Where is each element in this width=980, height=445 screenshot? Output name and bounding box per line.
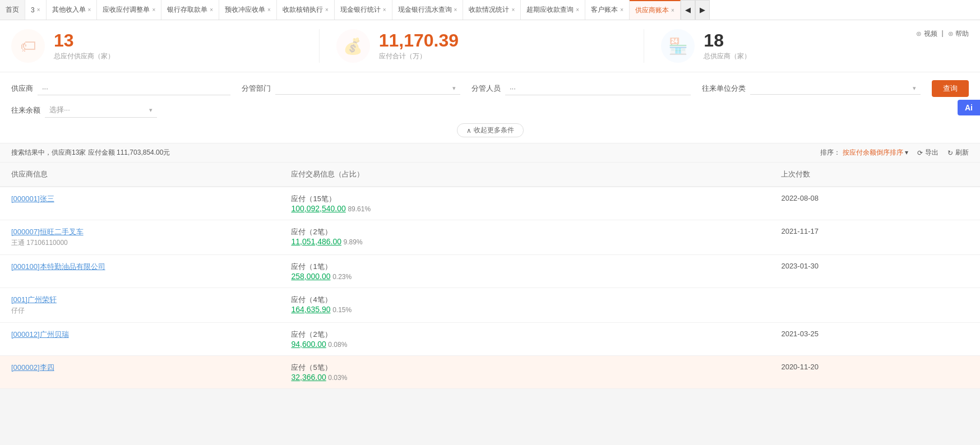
last-pay-date: 2023-01-30 bbox=[781, 262, 819, 270]
total-supplier-label: 总供应商（家） bbox=[704, 52, 751, 61]
person-input[interactable] bbox=[505, 82, 691, 95]
nav-tab-overdue[interactable]: 超期应收款查询 × bbox=[521, 0, 585, 20]
refresh-button[interactable]: ↻ 刷新 bbox=[947, 148, 969, 157]
amount-link[interactable]: 100,092,540.00 bbox=[291, 204, 345, 213]
lastpay-cell: 2022-08-08 bbox=[770, 187, 980, 220]
nav-tab-cash-flow-label: 现金银行流水查询 bbox=[398, 5, 452, 15]
category-dropdown[interactable]: ▾ bbox=[750, 82, 921, 95]
nav-tab-cash-flow[interactable]: 现金银行流水查询 × bbox=[392, 0, 464, 20]
filter-category: 往来单位分类 ▾ bbox=[702, 82, 921, 95]
help-link[interactable]: ⊙ 帮助 bbox=[948, 29, 969, 39]
close-icon[interactable]: × bbox=[576, 7, 579, 13]
refresh-icon: ↻ bbox=[947, 149, 953, 157]
col-header-supplier: 供应商信息 bbox=[0, 163, 280, 187]
supplier-cell: [000002]李四 bbox=[0, 356, 280, 389]
amount-link[interactable]: 164,635.90 bbox=[291, 305, 330, 314]
nav-tab-bank-label: 银行存取款单 bbox=[167, 5, 207, 15]
supplier-cell: [000007]恒旺二手叉车王通 17106110000 bbox=[0, 220, 280, 255]
supplier-link[interactable]: [000100]本特勤油品有限公司 bbox=[11, 262, 105, 271]
payable-supplier-info: 13 总应付供应商（家） bbox=[54, 31, 114, 61]
chevron-down-icon: ▾ bbox=[452, 85, 456, 92]
supplier-label: 供应商 bbox=[11, 84, 33, 94]
top-navigation: 首页 3 × 其他收入单 × 应收应付调整单 × 银行存取款单 × 预收冲应收单… bbox=[0, 0, 980, 20]
tx-label: 应付（5笔） bbox=[291, 363, 759, 373]
nav-tab-home-label: 首页 bbox=[6, 5, 19, 15]
tx-label: 应付（15笔） bbox=[291, 194, 759, 204]
nav-prev-arrow[interactable]: ◀ bbox=[681, 0, 695, 20]
close-icon[interactable]: × bbox=[267, 7, 271, 13]
supplier-link[interactable]: [000001]张三 bbox=[11, 194, 54, 203]
balance-dropdown[interactable]: 选择··· ▾ bbox=[45, 103, 157, 118]
sort-chevron-icon: ▾ bbox=[905, 149, 908, 156]
lastpay-cell: 2021-11-17 bbox=[770, 220, 980, 255]
table-row: [000012]广州贝瑞应付（2笔） 94,600.00 0.08%2021-0… bbox=[0, 323, 980, 356]
total-supplier-num: 18 bbox=[704, 31, 751, 50]
nav-tab-cash-stat-label: 现金银行统计 bbox=[340, 5, 381, 15]
supplier-link[interactable]: [000002]李四 bbox=[11, 363, 54, 372]
supplier-table: 供应商信息 应付交易信息（占比） 上次付数 [000001]张三应付（15笔） … bbox=[0, 163, 980, 389]
dept-dropdown[interactable]: ▾ bbox=[275, 82, 461, 95]
collapse-label: 收起更多条件 bbox=[474, 126, 514, 135]
export-label: 导出 bbox=[925, 148, 939, 157]
supplier-cell: [000012]广州贝瑞 bbox=[0, 323, 280, 356]
total-supplier-info: 18 总供应商（家） bbox=[704, 31, 751, 61]
supplier-link[interactable]: [000012]广州贝瑞 bbox=[11, 330, 69, 339]
close-icon[interactable]: × bbox=[383, 7, 386, 13]
close-icon[interactable]: × bbox=[152, 7, 155, 13]
close-icon[interactable]: × bbox=[37, 7, 40, 13]
amount-link[interactable]: 94,600.00 bbox=[291, 340, 326, 349]
supplier-sub: 王通 17106110000 bbox=[11, 238, 269, 248]
nav-tab-customer-account[interactable]: 客户账本 × bbox=[585, 0, 630, 20]
nav-tab-3[interactable]: 3 × bbox=[25, 0, 47, 20]
close-icon[interactable]: × bbox=[325, 7, 329, 13]
supplier-cell: [000001]张三 bbox=[0, 187, 280, 220]
balance-label: 往来余额 bbox=[11, 105, 40, 115]
tx-cell: 应付（4笔） 164,635.90 0.15% bbox=[280, 288, 770, 323]
collapse-button[interactable]: ∧ 收起更多条件 bbox=[457, 123, 524, 137]
nav-tab-collection-stat-label: 收款情况统计 bbox=[469, 5, 509, 15]
nav-tab-home[interactable]: 首页 bbox=[0, 0, 25, 20]
lastpay-cell: 2020-11-20 bbox=[770, 356, 980, 389]
supplier-link[interactable]: [000007]恒旺二手叉车 bbox=[11, 228, 84, 236]
sort-select[interactable]: 按应付余额倒序排序 bbox=[843, 149, 903, 156]
table-row: [000001]张三应付（15笔） 100,092,540.00 89.61%2… bbox=[0, 187, 980, 220]
nav-next-arrow[interactable]: ▶ bbox=[695, 0, 710, 20]
nav-tab-collection-stat[interactable]: 收款情况统计 × bbox=[463, 0, 521, 20]
close-icon[interactable]: × bbox=[671, 7, 674, 13]
total-supplier-icon: 🏪 bbox=[661, 29, 695, 63]
total-amount-icon: 💰 bbox=[336, 29, 370, 63]
tx-cell: 应付（5笔） 32,366.00 0.03% bbox=[280, 356, 770, 389]
supplier-link[interactable]: [001]广州荣轩 bbox=[11, 295, 57, 304]
close-icon[interactable]: × bbox=[620, 7, 623, 13]
total-amount-num: 11,170.39 bbox=[379, 31, 459, 50]
nav-tab-prepaid[interactable]: 预收冲应收单 × bbox=[219, 0, 277, 20]
supplier-input[interactable] bbox=[38, 82, 230, 95]
nav-tab-adjustment[interactable]: 应收应付调整单 × bbox=[97, 0, 161, 20]
nav-tab-overdue-label: 超期应收款查询 bbox=[526, 5, 574, 15]
pct-value: 9.89% bbox=[344, 238, 363, 246]
amount-link[interactable]: 32,366.00 bbox=[291, 373, 326, 382]
table-row: [000002]李四应付（5笔） 32,366.00 0.03%2020-11-… bbox=[0, 356, 980, 389]
payable-supplier-icon: 🏷 bbox=[11, 29, 45, 63]
close-icon[interactable]: × bbox=[88, 7, 91, 13]
video-link[interactable]: ⊙ 视频 bbox=[916, 29, 937, 39]
amount-link[interactable]: 11,051,486.00 bbox=[291, 237, 341, 246]
nav-tab-bank[interactable]: 银行存取款单 × bbox=[161, 0, 219, 20]
export-button[interactable]: ⟳ 导出 bbox=[917, 148, 939, 157]
tx-label: 应付（2笔） bbox=[291, 330, 759, 340]
nav-tab-collection[interactable]: 收款核销执行 × bbox=[277, 0, 335, 20]
nav-tab-supplier-account[interactable]: 供应商账本 × bbox=[630, 0, 681, 20]
close-icon[interactable]: × bbox=[210, 7, 213, 13]
nav-tab-cash-stat[interactable]: 现金银行统计 × bbox=[335, 0, 392, 20]
amount-link[interactable]: 258,000.00 bbox=[291, 272, 330, 281]
close-icon[interactable]: × bbox=[454, 7, 457, 13]
pct-value: 0.23% bbox=[332, 273, 352, 281]
summary-bar: 🏷 13 总应付供应商（家） 💰 11,170.39 应付合计（万） 🏪 18 … bbox=[0, 20, 980, 72]
ai-button[interactable]: Ai bbox=[958, 100, 980, 115]
filter-supplier: 供应商 bbox=[11, 82, 230, 95]
dept-label: 分管部门 bbox=[242, 84, 271, 94]
nav-tab-other-income[interactable]: 其他收入单 × bbox=[47, 0, 98, 20]
close-icon[interactable]: × bbox=[511, 7, 515, 13]
lastpay-cell: 2023-01-30 bbox=[770, 255, 980, 288]
search-button[interactable]: 查询 bbox=[932, 80, 969, 97]
